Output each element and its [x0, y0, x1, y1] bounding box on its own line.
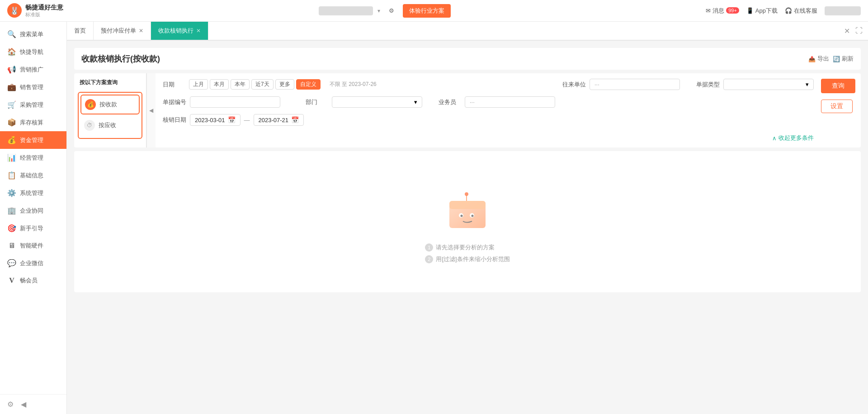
counterparty-input[interactable]: ···: [590, 79, 680, 90]
date-label: 日期: [163, 81, 185, 89]
settings-bottom-icon[interactable]: ⚙: [7, 400, 14, 409]
step-1-text: 请先选择要分析的方案: [436, 242, 495, 253]
settings-icon[interactable]: ⚙: [385, 4, 398, 18]
staff-label: 业务员: [439, 98, 461, 106]
by-receipt-label: 按收款: [99, 100, 117, 109]
department-select[interactable]: ▾: [332, 96, 422, 108]
step-2-text: 用[过滤]条件来缩小分析范围: [436, 253, 509, 265]
funds-icon: 💰: [7, 136, 16, 144]
tab-receipt-offset[interactable]: 收款核销执行 ✕: [151, 22, 208, 40]
writeoff-date-range: 2023-03-01 📅 — 2023-07-21 📅: [190, 114, 304, 126]
step-2-num: 2: [425, 255, 433, 263]
tab-receipt-label: 收款核销执行: [158, 27, 193, 35]
sidebar-item-inventory[interactable]: 📦 库存核算: [0, 114, 66, 131]
marketing-icon: 📢: [7, 65, 16, 74]
writeoff-start-date[interactable]: 2023-03-01 📅: [190, 114, 241, 126]
sidebar-item-guide[interactable]: 🎯 新手引导: [0, 219, 66, 237]
last-month-btn[interactable]: 上月: [189, 79, 208, 90]
account-info: [319, 6, 373, 15]
tab-home[interactable]: 首页: [67, 22, 94, 40]
sidebar-label-system: 系统管理: [20, 189, 43, 197]
tab-bar: 首页 预付冲应付单 ✕ 收款核销执行 ✕ ✕ ⛶: [67, 22, 868, 41]
refresh-button[interactable]: 🔄 刷新: [833, 55, 854, 63]
date-no-limit: 不限 至 2023-07-26: [330, 81, 537, 88]
this-year-btn[interactable]: 本年: [231, 79, 250, 90]
inventory-icon: 📦: [7, 118, 16, 127]
sidebar-item-marketing[interactable]: 📢 营销推广: [0, 61, 66, 78]
sidebar-item-quick-nav[interactable]: 🏠 快捷导航: [0, 43, 66, 61]
filter-settings-button[interactable]: 设置: [821, 100, 853, 113]
app-download-label: App下载: [755, 7, 778, 15]
collapse-arrow-icon: ◀: [149, 107, 153, 114]
sidebar-item-member[interactable]: V 畅会员: [0, 272, 66, 289]
sidebar-item-smart-hw[interactable]: 🖥 智能硬件: [0, 237, 66, 254]
main-layout: 🔍 搜索菜单 🏠 快捷导航 📢 营销推广 💼 销售管理 🛒 采购管理 📦: [0, 22, 868, 414]
svg-point-4: [461, 215, 463, 217]
topbar-center: ▾ ⚙ 体验行业方案: [319, 4, 451, 18]
filter-counterparty-item: 往来单位 ···: [562, 79, 680, 90]
page-header: 收款核销执行(按收款) 📤 导出 🔄 刷新: [74, 48, 861, 70]
sales-icon: 💼: [7, 83, 16, 91]
tab-prepay-close-icon[interactable]: ✕: [139, 28, 143, 34]
operations-icon: 📊: [7, 153, 16, 162]
sidebar-label-quick-nav: 快捷导航: [20, 48, 43, 56]
filter-row-1: 日期 上月 本月 本年 近7天 更多 自定义 不限 至 2023-0: [163, 79, 814, 90]
sidebar-item-search-menu[interactable]: 🔍 搜索菜单: [0, 25, 66, 43]
app-download-button[interactable]: 📱 App下载: [746, 7, 778, 15]
receipt-type-select[interactable]: ▾: [723, 79, 814, 90]
more-date-btn[interactable]: 更多: [275, 79, 294, 90]
sidebar-item-wechat[interactable]: 💬 企业微信: [0, 254, 66, 272]
export-icon: 📤: [808, 56, 816, 62]
filter-by-receipt[interactable]: 💰 按收款: [80, 95, 140, 114]
last-7-days-btn[interactable]: 近7天: [251, 79, 274, 90]
sidebar-item-operations[interactable]: 📊 经营管理: [0, 149, 66, 167]
message-badge: 99+: [726, 7, 739, 14]
dropdown-arrow-icon[interactable]: ▾: [377, 8, 380, 14]
online-support-button[interactable]: 🎧 在线客服: [785, 7, 817, 15]
member-icon: V: [7, 276, 16, 285]
topbar-left: 🐰 畅捷通好生意 标准版: [7, 3, 63, 18]
receipt-no-input[interactable]: [190, 96, 280, 108]
by-receivable-icon: ⏱: [84, 120, 95, 131]
query-button[interactable]: 查询: [821, 79, 855, 93]
staff-ellipsis: ···: [470, 99, 475, 105]
tab-close-all-icon[interactable]: ✕: [842, 25, 852, 37]
sidebar-item-enterprise[interactable]: 🏢 企业协同: [0, 202, 66, 219]
filter-department-item: 部门 ▾: [306, 96, 422, 108]
writeoff-start-value: 2023-03-01: [195, 117, 225, 124]
tab-receipt-close-icon[interactable]: ✕: [196, 28, 201, 34]
writeoff-end-date[interactable]: 2023-07-21 📅: [254, 114, 304, 126]
page-title: 收款核销执行(按收款): [81, 53, 160, 64]
collapse-sidebar-icon[interactable]: ◀: [21, 400, 26, 409]
collapse-more-button[interactable]: ∧ 收起更多条件: [772, 134, 814, 142]
custom-date-btn[interactable]: 自定义: [296, 79, 321, 90]
filter-by-receivable[interactable]: ⏱ 按应收: [80, 116, 140, 134]
message-button[interactable]: ✉ 消息 99+: [706, 7, 739, 15]
sidebar-item-purchase[interactable]: 🛒 采购管理: [0, 96, 66, 114]
sidebar-label-enterprise: 企业协同: [20, 207, 43, 215]
sidebar-item-funds[interactable]: 💰 资金管理: [0, 131, 66, 149]
sidebar-label-smart-hw: 智能硬件: [20, 242, 43, 250]
export-button[interactable]: 📤 导出: [808, 55, 829, 63]
user-avatar[interactable]: [825, 6, 861, 15]
tab-expand-icon[interactable]: ⛶: [854, 25, 864, 37]
staff-input[interactable]: ···: [465, 96, 555, 108]
sidebar-label-member: 畅会员: [20, 276, 38, 285]
filter-panel: 按以下方案查询 💰 按收款 ⏱ 按应收 ◀: [74, 73, 861, 148]
enterprise-icon: 🏢: [7, 206, 16, 215]
sidebar-item-sales[interactable]: 💼 销售管理: [0, 78, 66, 96]
filter-main: 日期 上月 本月 本年 近7天 更多 自定义 不限 至 2023-0: [156, 73, 821, 148]
collapse-chevron-icon: ∧: [772, 135, 777, 142]
calendar-start-icon: 📅: [228, 116, 236, 124]
logo-text: 畅捷通好生意 标准版: [25, 3, 63, 18]
collapse-row: ∧ 收起更多条件: [163, 132, 814, 142]
home-icon: 🏠: [7, 48, 16, 56]
filter-sidebar-collapse[interactable]: ◀: [146, 73, 156, 148]
app-logo: 🐰 畅捷通好生意 标准版: [7, 3, 63, 18]
solution-button[interactable]: 体验行业方案: [403, 4, 451, 18]
sidebar-item-basic-info[interactable]: 📋 基础信息: [0, 167, 66, 184]
tab-prepay-offset[interactable]: 预付冲应付单 ✕: [94, 22, 151, 40]
sidebar-item-system[interactable]: ⚙️ 系统管理: [0, 184, 66, 202]
export-label: 导出: [817, 55, 829, 63]
this-month-btn[interactable]: 本月: [210, 79, 229, 90]
